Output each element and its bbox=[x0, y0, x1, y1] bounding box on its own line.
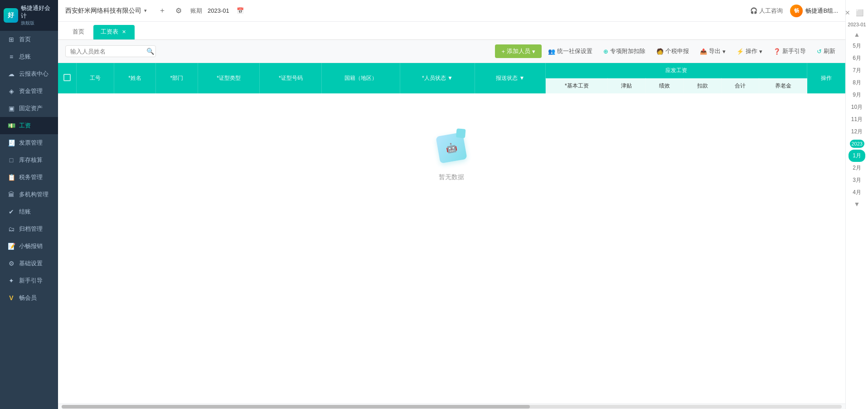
sidebar-item-inventory[interactable]: □ 库存核算 bbox=[0, 151, 58, 169]
special-deduct-icon: ⊕ bbox=[603, 48, 608, 55]
sidebar-item-invoice[interactable]: 🧾 发票管理 bbox=[0, 134, 58, 151]
search-input[interactable] bbox=[70, 48, 146, 55]
tab-home[interactable]: 首页 bbox=[65, 25, 92, 39]
sidebar-item-tax[interactable]: 📋 税务管理 bbox=[0, 169, 58, 186]
checkbox-col-header[interactable] bbox=[58, 63, 76, 93]
sidebar-item-ledger[interactable]: ≡ 总账 bbox=[0, 48, 58, 65]
sidebar-item-settle[interactable]: ✔ 结账 bbox=[0, 203, 58, 220]
th-deduction: 扣款 bbox=[684, 78, 722, 94]
special-deduct-button[interactable]: ⊕ 专项附加扣除 bbox=[601, 45, 648, 57]
add-company-button[interactable]: ＋ bbox=[156, 5, 169, 17]
th-nationality: 国籍（地区） bbox=[322, 63, 400, 93]
sidebar-item-label: 归档管理 bbox=[19, 225, 43, 233]
export-icon: 📤 bbox=[700, 48, 707, 55]
sidebar-item-fund[interactable]: ◈ 资金管理 bbox=[0, 83, 58, 100]
sidebar-item-label: 畅会员 bbox=[19, 294, 37, 302]
refresh-button[interactable]: ↺ 刷新 bbox=[814, 45, 838, 57]
new-guide-button[interactable]: ❓ 新手引导 bbox=[771, 45, 809, 57]
home-icon: ⊞ bbox=[7, 36, 15, 43]
archive-icon: 🗂 bbox=[7, 225, 15, 233]
topbar: 西安虾米网络科技有限公司 ▾ ＋ ⚙ 账期 2023-01 📅 🎧 人工咨询 畅… bbox=[58, 0, 845, 22]
tab-salary-label: 工资表 bbox=[101, 28, 118, 36]
sidebar-item-salary[interactable]: 💵 工资 bbox=[0, 117, 58, 134]
search-icon: 🔍 bbox=[146, 48, 154, 55]
cloud-icon: ☁ bbox=[7, 70, 15, 78]
month-item-12[interactable]: 12月 bbox=[846, 126, 868, 138]
sidebar-nav: ⊞ 首页 ≡ 总账 ☁ 云报表中心 ◈ 资金管理 ▣ 固定资产 💵 工资 🧾 发… bbox=[0, 31, 58, 409]
sidebar-item-label: 资金管理 bbox=[19, 87, 43, 95]
tax-icon: 🧑 bbox=[656, 48, 664, 55]
sidebar-item-cloud-report[interactable]: ☁ 云报表中心 bbox=[0, 65, 58, 83]
month-item-1-active[interactable]: 1月 bbox=[849, 150, 865, 162]
th-dept: *部门 bbox=[156, 63, 198, 93]
sidebar-item-basic[interactable]: ⚙ 基础设置 bbox=[0, 255, 58, 272]
panel-header-btns: ✕ ⬜ bbox=[846, 5, 868, 20]
personal-tax-button[interactable]: 🧑 个税申报 bbox=[654, 45, 692, 57]
sidebar-item-multi-org[interactable]: 🏛 多机构管理 bbox=[0, 186, 58, 203]
sidebar-item-label: 工资 bbox=[19, 122, 31, 130]
logo-text-group: 畅捷通好会计 旗舰版 bbox=[21, 5, 54, 26]
topbar-right: 🎧 人工咨询 畅 畅捷通B组... bbox=[750, 5, 838, 17]
sidebar-item-label: 多机构管理 bbox=[19, 190, 48, 199]
sidebar-item-fixed-assets[interactable]: ▣ 固定资产 bbox=[0, 100, 58, 117]
inventory-icon: □ bbox=[7, 156, 15, 164]
th-performance: 绩效 bbox=[645, 78, 684, 94]
th-pension: 养老金 bbox=[759, 78, 807, 94]
social-security-button[interactable]: 👥 统一社保设置 bbox=[545, 45, 595, 57]
month-item-8[interactable]: 8月 bbox=[846, 77, 868, 89]
empty-cube: 🤖 bbox=[436, 132, 467, 164]
salary-table: 工号 *姓名 *部门 *证型类型 *证型号码 国籍（地区） *人员状态 ▼ 报送… bbox=[58, 63, 845, 218]
tax-icon: 📋 bbox=[7, 174, 15, 181]
th-cert-no: *证型号码 bbox=[260, 63, 322, 93]
scroll-up-icon[interactable]: ▲ bbox=[852, 29, 862, 40]
tab-salary-table[interactable]: 工资表 ✕ bbox=[93, 25, 135, 39]
export-button[interactable]: 📤 导出 ▾ bbox=[697, 45, 728, 57]
social-security-icon: 👥 bbox=[548, 48, 555, 55]
scroll-down-icon[interactable]: ▼ bbox=[852, 199, 862, 209]
month-item-5[interactable]: 5月 bbox=[846, 40, 868, 52]
month-item-11[interactable]: 11月 bbox=[846, 113, 868, 126]
period-label: 账期 bbox=[190, 7, 202, 15]
ledger-icon: ≡ bbox=[7, 53, 15, 60]
sidebar-item-guide[interactable]: ✦ 新手引导 bbox=[0, 272, 58, 289]
chevron-down-icon: ▾ bbox=[532, 48, 535, 55]
sidebar-item-archive[interactable]: 🗂 归档管理 bbox=[0, 220, 58, 238]
tab-close-icon[interactable]: ✕ bbox=[120, 28, 127, 35]
right-panel: ✕ ⬜ 2023-01 ▲ 5月 6月 7月 8月 9月 10月 11月 12月… bbox=[845, 0, 868, 409]
panel-expand-icon[interactable]: ⬜ bbox=[854, 7, 865, 18]
sidebar-item-home[interactable]: ⊞ 首页 bbox=[0, 31, 58, 48]
add-person-button[interactable]: + 添加人员 ▾ bbox=[495, 44, 542, 58]
tab-home-label: 首页 bbox=[73, 28, 84, 36]
user-info[interactable]: 畅 畅捷通B组... bbox=[790, 5, 838, 17]
avatar: 畅 bbox=[790, 5, 803, 17]
sidebar-item-label: 税务管理 bbox=[19, 173, 43, 181]
current-year-badge: 2023 bbox=[850, 140, 864, 148]
month-item-7[interactable]: 7月 bbox=[846, 64, 868, 77]
panel-close-icon[interactable]: ✕ bbox=[845, 7, 852, 18]
company-selector[interactable]: 西安虾米网络科技有限公司 ▾ bbox=[65, 7, 147, 15]
sidebar-item-label: 发票管理 bbox=[19, 139, 43, 147]
app-logo: 好 畅捷通好会计 旗舰版 bbox=[0, 0, 58, 31]
month-item-2[interactable]: 2月 bbox=[846, 162, 868, 174]
search-box: 🔍 bbox=[65, 45, 156, 57]
invoice-icon: 🧾 bbox=[7, 139, 15, 146]
horizontal-scrollbar[interactable] bbox=[58, 404, 845, 409]
empty-icon: 🤖 bbox=[433, 130, 470, 166]
sidebar-item-member[interactable]: V 畅会员 bbox=[0, 289, 58, 307]
operate-button[interactable]: ⚡ 操作 ▾ bbox=[734, 45, 765, 57]
month-item-9[interactable]: 9月 bbox=[846, 89, 868, 101]
settings-button[interactable]: ⚙ bbox=[172, 5, 185, 17]
month-item-6[interactable]: 6月 bbox=[846, 52, 868, 64]
calendar-icon[interactable]: 📅 bbox=[237, 7, 244, 14]
sidebar-item-expense[interactable]: 📝 小畅报销 bbox=[0, 238, 58, 255]
month-item-4[interactable]: 4月 bbox=[846, 186, 868, 199]
support-button[interactable]: 🎧 人工咨询 bbox=[750, 7, 783, 15]
chevron-down-icon: ▾ bbox=[144, 8, 147, 14]
sidebar-item-label: 总账 bbox=[19, 53, 31, 61]
period-display: 2023-01 bbox=[848, 20, 866, 29]
th-base-salary: *基本工资 bbox=[546, 78, 608, 94]
scrollbar-thumb[interactable] bbox=[62, 405, 530, 409]
select-all-checkbox[interactable] bbox=[63, 74, 71, 81]
month-item-3[interactable]: 3月 bbox=[846, 174, 868, 186]
month-item-10[interactable]: 10月 bbox=[846, 101, 868, 113]
